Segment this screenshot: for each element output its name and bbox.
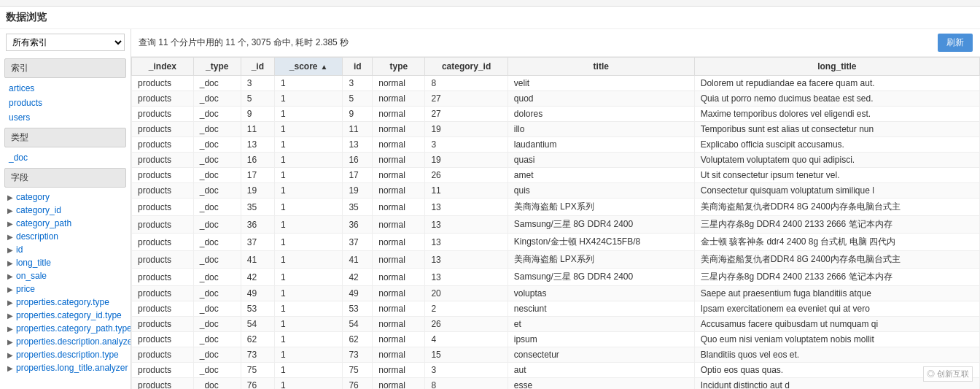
sidebar-field-item[interactable]: ▶properties.description.analyzer: [0, 335, 131, 348]
table-cell-_score: 1: [274, 168, 343, 183]
table-cell-id: 54: [343, 317, 373, 332]
sidebar-field-item[interactable]: ▶properties.category.type: [0, 296, 131, 309]
page-container: 数据浏览 所有索引 索引 articesproductsusers 类型 _do…: [0, 0, 980, 389]
sidebar-field-item[interactable]: ▶properties.category_id.type: [0, 309, 131, 322]
field-arrow-icon: ▶: [7, 220, 13, 228]
table-cell-_type: _doc: [193, 347, 241, 363]
table-header-_index[interactable]: _index: [132, 58, 194, 76]
sidebar-field-item[interactable]: ▶category: [0, 190, 131, 204]
table-cell-id: 9: [343, 107, 373, 122]
sidebar-field-item[interactable]: ▶description: [0, 230, 131, 243]
table-cell-type: normal: [373, 183, 425, 199]
table-header-id[interactable]: id: [343, 58, 373, 76]
table-row[interactable]: products_doc42142normal13Samsung/三星 8G D…: [132, 269, 980, 286]
table-row[interactable]: products_doc36136normal13Samsung/三星 8G D…: [132, 216, 980, 234]
table-row[interactable]: products_doc54154normal26etAccusamus fac…: [132, 317, 980, 332]
table-cell-category_id: 13: [425, 234, 508, 251]
sidebar-field-item[interactable]: ▶id: [0, 243, 131, 256]
table-cell-long_title: 美商海盗船复仇者DDR4 8G 2400内存条电脑台式主: [694, 251, 979, 269]
table-cell-type: normal: [373, 199, 425, 216]
table-header-_id[interactable]: _id: [241, 58, 274, 76]
table-cell-long_title: 三星内存条8g DDR4 2400 2133 2666 笔记本内存: [694, 269, 979, 286]
table-cell-type: normal: [373, 137, 425, 153]
table-cell-type: normal: [373, 107, 425, 122]
table-row[interactable]: products_doc75175normal3autOptio eos qua…: [132, 363, 980, 378]
table-cell-_id: 76: [241, 378, 274, 390]
table-header-title[interactable]: title: [508, 58, 694, 76]
table-row[interactable]: products_doc76176normal8esseIncidunt dis…: [132, 378, 980, 390]
table-cell-_type: _doc: [193, 91, 241, 107]
table-cell-_type: _doc: [193, 317, 241, 332]
table-cell-title: voluptas: [508, 286, 694, 301]
sidebar-index-item[interactable]: products: [0, 96, 131, 110]
table-row[interactable]: products_doc16116normal19quasiVoluptatem…: [132, 153, 980, 168]
table-header-_score[interactable]: _score▲: [274, 58, 343, 76]
field-arrow-icon: ▶: [7, 312, 13, 320]
table-header-category_id[interactable]: category_id: [425, 58, 508, 76]
sidebar-field-item[interactable]: ▶on_sale: [0, 269, 131, 282]
field-arrow-icon: ▶: [7, 233, 13, 241]
type-items-container: _doc: [0, 150, 131, 165]
index-select[interactable]: 所有索引: [6, 34, 125, 51]
table-row[interactable]: products_doc17117normal26ametUt sit cons…: [132, 168, 980, 183]
table-row[interactable]: products_doc53153normal2nesciuntIpsam ex…: [132, 301, 980, 317]
sidebar-field-item[interactable]: ▶long_title: [0, 256, 131, 269]
sidebar-index-item[interactable]: users: [0, 110, 131, 125]
table-cell-id: 11: [343, 122, 373, 137]
table-cell-id: 19: [343, 183, 373, 199]
table-row[interactable]: products_doc62162normal4ipsumQuo eum nis…: [132, 332, 980, 347]
table-cell-type: normal: [373, 216, 425, 234]
table-cell-id: 42: [343, 269, 373, 286]
table-cell-long_title: 美商海盗船复仇者DDR4 8G 2400内存条电脑台式主: [694, 199, 979, 216]
sidebar-field-item[interactable]: ▶properties.long_title.analyzer: [0, 361, 131, 374]
table-cell-_id: 11: [241, 122, 274, 137]
table-cell-title: et: [508, 317, 694, 332]
table-cell-_index: products: [132, 199, 194, 216]
table-row[interactable]: products_doc313normal8velitDolorem ut re…: [132, 76, 980, 91]
table-cell-_index: products: [132, 216, 194, 234]
table-cell-_type: _doc: [193, 107, 241, 122]
sidebar-field-item[interactable]: ▶category_path: [0, 217, 131, 230]
table-row[interactable]: products_doc515normal27quodQuia ut porro…: [132, 91, 980, 107]
refresh-button[interactable]: 刷新: [938, 34, 973, 52]
table-cell-_index: products: [132, 183, 194, 199]
sidebar-field-item[interactable]: ▶properties.category_path.type: [0, 322, 131, 335]
table-cell-type: normal: [373, 332, 425, 347]
sidebar-type-item[interactable]: _doc: [0, 150, 131, 165]
table-cell-type: normal: [373, 363, 425, 378]
table-cell-long_title: Accusamus facere quibusdam ut numquam qi: [694, 317, 979, 332]
table-cell-_score: 1: [274, 301, 343, 317]
table-cell-id: 76: [343, 378, 373, 390]
table-row[interactable]: products_doc37137normal13Kingston/金士顿 HX…: [132, 234, 980, 251]
table-header-long_title[interactable]: long_title: [694, 58, 979, 76]
table-header-type[interactable]: type: [373, 58, 425, 76]
table-cell-long_title: Dolorem ut repudiandae ea facere quam au…: [694, 76, 979, 91]
field-arrow-icon: ▶: [7, 207, 13, 215]
table-row[interactable]: products_doc11111normal19illoTemporibus …: [132, 122, 980, 137]
table-cell-type: normal: [373, 251, 425, 269]
table-row[interactable]: products_doc73173normal15consecteturBlan…: [132, 347, 980, 363]
table-cell-type: normal: [373, 168, 425, 183]
table-cell-_index: products: [132, 269, 194, 286]
table-row[interactable]: products_doc13113normal3laudantiumExplic…: [132, 137, 980, 153]
field-arrow-icon: ▶: [7, 285, 13, 293]
sidebar-field-item[interactable]: ▶price: [0, 282, 131, 296]
table-row[interactable]: products_doc35135normal13美商海盗船 LPX系列美商海盗…: [132, 199, 980, 216]
table-cell-long_title: Saepe aut praesentium fuga blanditiis at…: [694, 286, 979, 301]
table-cell-_score: 1: [274, 107, 343, 122]
table-cell-_score: 1: [274, 378, 343, 390]
table-row[interactable]: products_doc41141normal13美商海盗船 LPX系列美商海盗…: [132, 251, 980, 269]
sidebar-field-item[interactable]: ▶properties.description.type: [0, 348, 131, 361]
table-cell-_id: 16: [241, 153, 274, 168]
sidebar-field-item[interactable]: ▶category_id: [0, 204, 131, 217]
table-row[interactable]: products_doc19119normal11quisConsectetur…: [132, 183, 980, 199]
table-cell-_score: 1: [274, 76, 343, 91]
table-header-_type[interactable]: _type: [193, 58, 241, 76]
table-row[interactable]: products_doc49149normal20voluptasSaepe a…: [132, 286, 980, 301]
table-cell-title: illo: [508, 122, 694, 137]
table-container[interactable]: _index_type_id_score▲idtypecategory_idti…: [131, 57, 980, 389]
table-cell-_score: 1: [274, 234, 343, 251]
table-cell-category_id: 3: [425, 363, 508, 378]
sidebar-index-item[interactable]: artices: [0, 81, 131, 96]
table-row[interactable]: products_doc919normal27doloresMaxime tem…: [132, 107, 980, 122]
